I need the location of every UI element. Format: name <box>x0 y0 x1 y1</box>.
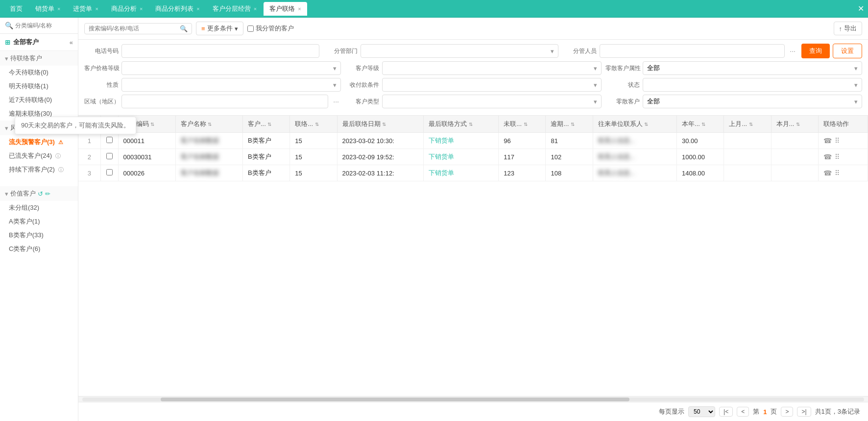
tab-purchase[interactable]: 进货单 × <box>67 2 104 16</box>
row-contact-link[interactable]: 下销货单 <box>429 169 454 176</box>
sort-icon-thisyear[interactable]: ⇅ <box>701 122 705 127</box>
scrollbar-thumb[interactable] <box>161 397 630 401</box>
tab-customer-segment-close[interactable]: × <box>254 6 257 12</box>
sort-icon-type[interactable]: ⇅ <box>267 122 271 127</box>
filter-region-input[interactable] <box>121 95 328 108</box>
sort-icon[interactable]: ⇅ <box>150 122 154 127</box>
row-contact-link[interactable]: 下销货单 <box>429 153 454 160</box>
tab-product-analysis[interactable]: 商品分析 × <box>105 2 148 16</box>
sidebar-root[interactable]: ⊞ 全部客户 « <box>0 34 78 51</box>
row-checkbox[interactable] <box>106 137 113 143</box>
filter-dept-select[interactable]: ▾ <box>361 44 558 58</box>
sort-icon-name[interactable]: ⇅ <box>208 122 212 127</box>
filter-phone-input[interactable] <box>121 44 319 58</box>
filter-retail-customer: 零散客户 全部▾ <box>605 95 862 108</box>
filter-customer-grade-select[interactable]: ▾ <box>382 61 602 75</box>
sidebar-search-input[interactable] <box>15 22 73 29</box>
filter-status-select[interactable]: ▾ <box>643 78 862 92</box>
row-contacts: 联系人信息... <box>593 133 676 149</box>
filter-payment-select[interactable]: ▾ <box>382 78 602 92</box>
tab-product-list[interactable]: 商品分析列表 × <box>149 2 205 16</box>
tab-customer-segment[interactable]: 客户分层经营 × <box>207 2 263 16</box>
row-contact-count: 15 <box>290 165 337 181</box>
row-contact-link[interactable]: 下销货单 <box>429 137 454 144</box>
sidebar-search-icon: 🔍 <box>5 22 13 29</box>
sort-icon-overdue[interactable]: ⇅ <box>571 122 575 127</box>
row-overdue: 108 <box>546 165 593 181</box>
col-date-header: 最后联络日期 ⇅ <box>337 116 423 133</box>
horizontal-scrollbar[interactable] <box>78 396 868 402</box>
sort-icon-contacts[interactable]: ⇅ <box>644 122 648 127</box>
collapse-icon[interactable]: « <box>70 39 73 46</box>
export-button[interactable]: ↑ 导出 <box>834 22 863 35</box>
filter-customer-type-select[interactable]: ▾ <box>382 95 602 108</box>
row-more-action-icon[interactable]: ⠿ <box>835 169 840 177</box>
sidebar-item-churned[interactable]: 已流失客户(24) ⓘ <box>0 149 78 163</box>
tab-product-list-close[interactable]: × <box>196 6 199 12</box>
col-nocontact-header: 未联... ⇅ <box>499 116 546 133</box>
sort-icon-lastmonth[interactable]: ⇅ <box>749 122 753 127</box>
row-more-action-icon[interactable]: ⠿ <box>835 153 840 161</box>
sidebar-item-7days[interactable]: 近7天待联络(0) <box>0 93 78 107</box>
sidebar-item-class-c[interactable]: C类客户(6) <box>0 242 78 256</box>
filter-region-more[interactable]: ··· <box>331 98 341 105</box>
tab-customer-contact[interactable]: 客户联络 × <box>264 2 307 16</box>
prev-page-button[interactable]: < <box>737 407 749 417</box>
sidebar-item-today[interactable]: 今天待联络(0) <box>0 66 78 79</box>
sidebar-item-churn-warning[interactable]: 流失预警客户(3) ⚠ <box>0 135 78 149</box>
filter-manager-more[interactable]: ··· <box>788 47 797 55</box>
sort-icon-date[interactable]: ⇅ <box>382 122 386 127</box>
data-table-wrap: ⚙ 客户编码 ⇅ 客户名称 ⇅ 客户... ⇅ 联络... ⇅ 最后联络日期 ⇅… <box>78 116 868 396</box>
sidebar-item-ungrouped[interactable]: 未分组(32) <box>0 201 78 215</box>
last-page-button[interactable]: >| <box>797 407 811 417</box>
more-filters-button[interactable]: ≡ 更多条件 ▾ <box>196 22 243 35</box>
tab-purchase-close[interactable]: × <box>95 6 98 12</box>
row-actions-cell: ☎ ⠿ <box>818 149 868 165</box>
tab-product-analysis-close[interactable]: × <box>140 6 143 12</box>
my-customers-checkbox-label[interactable]: 我分管的客户 <box>247 24 294 33</box>
row-checkbox[interactable] <box>106 153 113 159</box>
search-input[interactable] <box>89 25 178 32</box>
filter-nature-select[interactable]: ▾ <box>121 78 341 92</box>
tab-home[interactable]: 首页 <box>4 2 28 16</box>
row-contacts-blurred: 联系人信息... <box>598 152 635 161</box>
row-overdue: 102 <box>546 149 593 165</box>
close-window-icon[interactable]: ✕ <box>858 4 864 13</box>
row-contact-action-icon[interactable]: ☎ <box>823 137 832 145</box>
sidebar-item-class-a[interactable]: A类客户(1) <box>0 215 78 228</box>
sort-icon-thismonth[interactable]: ⇅ <box>796 122 800 127</box>
row-name: 客户名称数据 <box>175 165 242 181</box>
row-more-action-icon[interactable]: ⠿ <box>835 137 840 145</box>
first-page-button[interactable]: |< <box>719 407 733 417</box>
filter-retail-customer-label: 零散客户 <box>605 98 640 106</box>
sort-icon-nocontact[interactable]: ⇅ <box>524 122 528 127</box>
row-checkbox[interactable] <box>106 169 113 175</box>
tab-sales-close[interactable]: × <box>57 6 60 12</box>
query-button[interactable]: 查询 <box>801 44 830 58</box>
filter-manager-input[interactable] <box>600 44 785 58</box>
refresh-icon[interactable]: ↺ <box>38 190 43 198</box>
filter-retail-attr-select[interactable]: 全部▾ <box>643 61 862 75</box>
next-page-button[interactable]: > <box>781 407 793 417</box>
row-last-contact-date: 2023-03-02 10:30: <box>337 133 423 149</box>
edit-icon[interactable]: ✏ <box>45 190 50 198</box>
page-size-select[interactable]: 50 100 200 <box>688 406 715 417</box>
filter-price-grade-select[interactable]: ▾ <box>121 61 341 75</box>
main-layout: 🔍 ⊞ 全部客户 « ▾ 待联络客户 今天待联络(0) 明天待联络(1) 近7天… <box>0 18 868 421</box>
filter-region-label: 区域（地区） <box>84 98 119 106</box>
tab-customer-contact-close[interactable]: × <box>298 6 301 12</box>
my-customers-checkbox[interactable] <box>247 25 254 32</box>
filter-retail-customer-select[interactable]: 全部▾ <box>643 95 862 108</box>
row-contact-action-icon[interactable]: ☎ <box>823 169 832 177</box>
row-contact-action-icon[interactable]: ☎ <box>823 153 832 161</box>
search-execute-icon[interactable]: 🔍 <box>180 25 188 32</box>
sidebar-item-declining[interactable]: 持续下滑客户(2) ⓘ <box>0 163 78 176</box>
setting-button[interactable]: 设置 <box>833 44 862 58</box>
tab-sales[interactable]: 销货单 × <box>29 2 66 16</box>
sort-icon-method[interactable]: ⇅ <box>469 122 473 127</box>
sidebar-item-class-b[interactable]: B类客户(33) <box>0 228 78 242</box>
sidebar-group-value[interactable]: ▾ 价值客户 ↺ ✏ <box>0 186 78 201</box>
sort-icon-contact[interactable]: ⇅ <box>315 122 319 127</box>
sidebar-group-pending[interactable]: ▾ 待联络客户 <box>0 51 78 66</box>
sidebar-item-tomorrow[interactable]: 明天待联络(1) <box>0 79 78 93</box>
